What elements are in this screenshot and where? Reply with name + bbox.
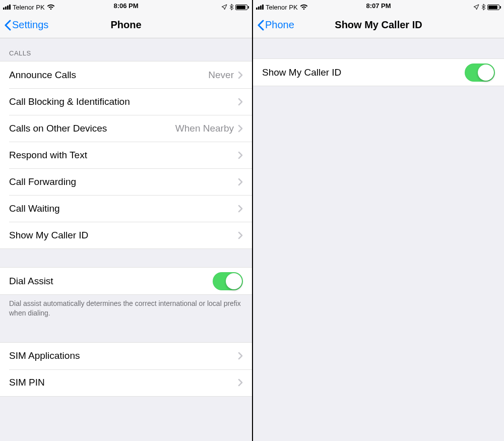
show-caller-id-toggle[interactable] xyxy=(465,64,495,82)
row-show-caller-id-toggle: Show My Caller ID xyxy=(253,59,504,86)
location-icon xyxy=(221,4,227,10)
dial-assist-footer: Dial assist automatically determines the… xyxy=(0,295,252,318)
cellular-signal-icon xyxy=(3,5,11,10)
row-show-caller-id[interactable]: Show My Caller ID xyxy=(0,222,252,248)
chevron-right-icon xyxy=(238,124,243,133)
sim-group: SIM Applications SIM PIN xyxy=(0,342,252,397)
chevron-right-icon xyxy=(238,178,243,186)
caller-id-group: Show My Caller ID xyxy=(253,58,504,86)
row-value: When Nearby xyxy=(175,123,234,134)
back-label: Settings xyxy=(12,19,48,31)
cellular-signal-icon xyxy=(256,5,264,10)
row-label: Calls on Other Devices xyxy=(9,123,175,134)
row-label: Call Blocking & Identification xyxy=(9,96,238,107)
row-label: Dial Assist xyxy=(9,276,213,287)
chevron-right-icon xyxy=(238,352,243,360)
wifi-icon xyxy=(300,4,308,10)
calls-group: Announce Calls Never Call Blocking & Ide… xyxy=(0,61,252,249)
dial-assist-group: Dial Assist xyxy=(0,267,252,295)
row-label: Announce Calls xyxy=(9,70,208,81)
row-label: Show My Caller ID xyxy=(262,67,465,78)
chevron-right-icon xyxy=(238,151,243,159)
back-button[interactable]: Phone xyxy=(257,12,294,38)
status-bar: Telenor PK 8:06 PM xyxy=(0,0,252,12)
battery-icon xyxy=(487,5,501,10)
location-icon xyxy=(473,4,479,10)
row-sim-applications[interactable]: SIM Applications xyxy=(0,343,252,369)
row-dial-assist: Dial Assist xyxy=(0,268,252,294)
row-respond-text[interactable]: Respond with Text xyxy=(0,142,252,168)
row-label: Call Waiting xyxy=(9,203,238,214)
chevron-right-icon xyxy=(238,379,243,387)
wifi-icon xyxy=(47,4,55,10)
nav-bar: Settings Phone xyxy=(0,12,252,38)
row-label: SIM Applications xyxy=(9,350,238,361)
row-calls-other-devices[interactable]: Calls on Other Devices When Nearby xyxy=(0,115,252,142)
carrier-label: Telenor PK xyxy=(266,4,298,11)
back-button[interactable]: Settings xyxy=(4,12,48,38)
chevron-right-icon xyxy=(238,98,243,106)
status-bar: Telenor PK 8:07 PM xyxy=(253,0,504,12)
row-sim-pin[interactable]: SIM PIN xyxy=(0,369,252,396)
bluetooth-icon xyxy=(481,4,485,11)
dial-assist-toggle[interactable] xyxy=(213,272,243,290)
row-call-blocking[interactable]: Call Blocking & Identification xyxy=(0,88,252,115)
row-label: SIM PIN xyxy=(9,377,238,388)
carrier-label: Telenor PK xyxy=(13,4,45,11)
battery-icon xyxy=(235,5,249,10)
row-label: Call Forwarding xyxy=(9,176,238,187)
row-label: Show My Caller ID xyxy=(9,230,238,241)
chevron-right-icon xyxy=(238,71,243,79)
bluetooth-icon xyxy=(229,4,233,11)
row-call-forwarding[interactable]: Call Forwarding xyxy=(0,168,252,195)
row-call-waiting[interactable]: Call Waiting xyxy=(0,195,252,222)
row-value: Never xyxy=(208,70,234,81)
chevron-right-icon xyxy=(238,231,243,239)
chevron-right-icon xyxy=(238,205,243,213)
row-announce-calls[interactable]: Announce Calls Never xyxy=(0,61,252,88)
row-label: Respond with Text xyxy=(9,150,238,161)
back-label: Phone xyxy=(265,19,294,31)
nav-bar: Phone Show My Caller ID xyxy=(253,12,504,38)
screen-phone-settings: Telenor PK 8:06 PM Settings P xyxy=(0,0,252,441)
screen-show-caller-id: Telenor PK 8:07 PM Phone Show xyxy=(252,0,504,441)
section-header-calls: CALLS xyxy=(0,38,252,61)
